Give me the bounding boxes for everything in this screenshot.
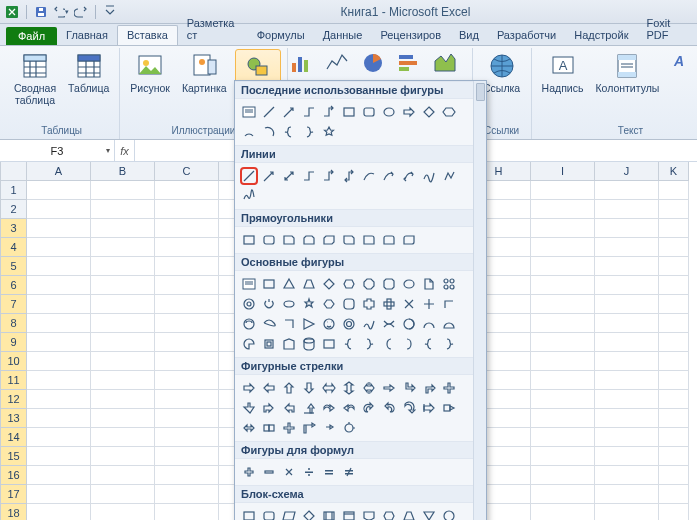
shape-item[interactable]	[400, 335, 418, 353]
cell[interactable]	[155, 219, 219, 238]
shape-star[interactable]	[320, 123, 338, 141]
row-header[interactable]: 16	[0, 466, 27, 485]
row-header[interactable]: 17	[0, 485, 27, 504]
shape-item[interactable]	[260, 295, 278, 313]
shape-rect[interactable]	[240, 231, 258, 249]
tab-file[interactable]: Файл	[6, 27, 57, 45]
shape-item[interactable]	[300, 419, 318, 437]
shape-freeform-curve[interactable]	[420, 167, 438, 185]
cell[interactable]	[27, 485, 91, 504]
shape-item[interactable]	[340, 399, 358, 417]
shape-arrow-right[interactable]	[400, 103, 418, 121]
cell[interactable]	[531, 181, 595, 200]
cell[interactable]	[155, 371, 219, 390]
shape-item[interactable]	[400, 399, 418, 417]
shape-item[interactable]	[260, 399, 278, 417]
col-header[interactable]: J	[595, 162, 659, 181]
shape-item[interactable]	[400, 379, 418, 397]
shape-item[interactable]	[440, 507, 458, 520]
shape-item[interactable]	[260, 315, 278, 333]
cell[interactable]	[155, 200, 219, 219]
picture-button[interactable]: Рисунок	[126, 49, 174, 115]
cell[interactable]	[531, 390, 595, 409]
shape-item[interactable]	[360, 507, 378, 520]
cell[interactable]	[659, 219, 689, 238]
cell[interactable]	[91, 333, 155, 352]
row-header[interactable]: 6	[0, 276, 27, 295]
name-box[interactable]: F3 ▾	[0, 140, 115, 161]
row-header[interactable]: 2	[0, 200, 27, 219]
cell[interactable]	[91, 219, 155, 238]
shape-item[interactable]	[380, 335, 398, 353]
shape-line-arrow[interactable]	[260, 167, 278, 185]
cell[interactable]	[659, 504, 689, 520]
row-header[interactable]: 1	[0, 181, 27, 200]
shape-item[interactable]	[300, 315, 318, 333]
cell[interactable]	[595, 333, 659, 352]
tab-insert[interactable]: Вставка	[117, 25, 178, 45]
row-header[interactable]: 15	[0, 447, 27, 466]
shape-item[interactable]	[340, 507, 358, 520]
shape-oval[interactable]	[380, 103, 398, 121]
shape-item[interactable]	[260, 335, 278, 353]
shape-item[interactable]	[280, 379, 298, 397]
shape-item[interactable]	[260, 275, 278, 293]
cell[interactable]	[91, 352, 155, 371]
cell[interactable]	[27, 428, 91, 447]
shape-item[interactable]	[340, 419, 358, 437]
row-header[interactable]: 9	[0, 333, 27, 352]
shape-item[interactable]	[420, 295, 438, 313]
shape-item[interactable]	[300, 275, 318, 293]
shape-line[interactable]	[260, 103, 278, 121]
cell[interactable]	[27, 314, 91, 333]
cell[interactable]	[27, 466, 91, 485]
shape-round-2-same[interactable]	[380, 231, 398, 249]
shape-item[interactable]	[380, 507, 398, 520]
shape-item[interactable]	[340, 379, 358, 397]
qat-more-icon[interactable]	[102, 4, 118, 20]
shape-item[interactable]	[260, 379, 278, 397]
cell[interactable]	[155, 257, 219, 276]
shape-item[interactable]	[300, 507, 318, 520]
shape-elbow-arrow[interactable]	[320, 167, 338, 185]
shape-item[interactable]	[260, 419, 278, 437]
row-header[interactable]: 12	[0, 390, 27, 409]
cell[interactable]	[27, 238, 91, 257]
shape-line-arrow[interactable]	[280, 103, 298, 121]
shape-item[interactable]	[320, 335, 338, 353]
cell[interactable]	[531, 295, 595, 314]
cell[interactable]	[595, 352, 659, 371]
row-header[interactable]: 18	[0, 504, 27, 520]
shape-item[interactable]	[260, 507, 278, 520]
tab-data[interactable]: Данные	[314, 26, 372, 45]
row-header[interactable]: 3	[0, 219, 27, 238]
cell[interactable]	[155, 428, 219, 447]
cell[interactable]	[531, 333, 595, 352]
cell[interactable]	[595, 428, 659, 447]
shape-arc2[interactable]	[260, 123, 278, 141]
tab-developer[interactable]: Разработчи	[488, 26, 565, 45]
cell[interactable]	[155, 390, 219, 409]
cell[interactable]	[531, 428, 595, 447]
shape-item[interactable]	[280, 275, 298, 293]
shape-item[interactable]	[320, 315, 338, 333]
shape-item[interactable]	[400, 507, 418, 520]
cell[interactable]	[155, 238, 219, 257]
tab-review[interactable]: Рецензиров	[371, 26, 450, 45]
shape-item[interactable]	[300, 379, 318, 397]
shape-item[interactable]	[440, 379, 458, 397]
shape-item[interactable]	[380, 315, 398, 333]
cell[interactable]	[27, 200, 91, 219]
shape-equals[interactable]	[320, 463, 338, 481]
cell[interactable]	[27, 409, 91, 428]
shape-curve[interactable]	[360, 167, 378, 185]
cell[interactable]	[91, 504, 155, 520]
shape-item[interactable]	[360, 379, 378, 397]
shape-item[interactable]	[400, 295, 418, 313]
cell[interactable]	[595, 238, 659, 257]
row-header[interactable]: 5	[0, 257, 27, 276]
cell[interactable]	[531, 352, 595, 371]
shape-item[interactable]	[420, 399, 438, 417]
cell[interactable]	[659, 200, 689, 219]
cell[interactable]	[595, 409, 659, 428]
